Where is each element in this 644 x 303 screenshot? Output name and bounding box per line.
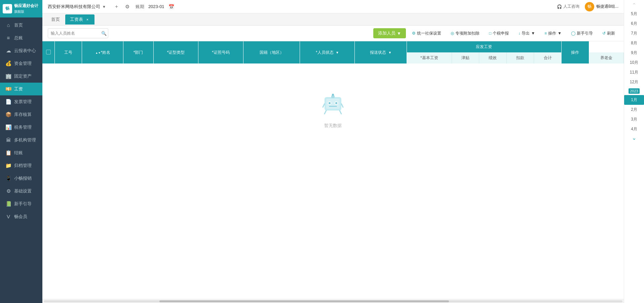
nav-item-multi-org[interactable]: 🏛 多机构管理	[0, 134, 42, 146]
settings-button[interactable]: ⚙	[123, 3, 131, 11]
year-badge-2023: 2023	[629, 88, 639, 94]
select-all-checkbox[interactable]	[46, 50, 51, 54]
refresh-icon: ↺	[602, 31, 606, 36]
search-input[interactable]	[51, 31, 101, 36]
col-number: 工号	[54, 41, 82, 63]
nav-item-close[interactable]: 📋 结账	[0, 146, 42, 159]
month-2022-11[interactable]: 11月	[624, 68, 644, 77]
nav-item-guide[interactable]: 📗 新手引导	[0, 198, 42, 210]
nav-item-funds[interactable]: 💰 资金管理	[0, 57, 42, 70]
add-company-button[interactable]: ＋	[113, 3, 121, 11]
nav-item-home[interactable]: ⌂ 首页	[0, 19, 42, 32]
svg-point-5	[335, 102, 337, 104]
tab-salary[interactable]: 工资表 ×	[65, 14, 94, 25]
col-deduction: 扣款	[506, 52, 534, 63]
month-2022-7[interactable]: 7月	[624, 29, 644, 38]
special-deduction-button[interactable]: ◎ 专项附加扣除	[447, 29, 483, 38]
user-info[interactable]: 畅 畅捷通B组...	[585, 2, 618, 11]
filter-submit-status-icon[interactable]: ▼	[388, 51, 391, 54]
nav-item-salary[interactable]: 💴 工资	[0, 83, 42, 95]
nav-label-tax: 税务管理	[14, 124, 32, 130]
nav-item-ledger[interactable]: ≡ 总账	[0, 32, 42, 44]
month-2022-5[interactable]: 5月	[624, 9, 644, 19]
table-scrollbar[interactable]	[42, 299, 624, 303]
archive-icon: 📁	[5, 163, 11, 169]
nav-item-invoice[interactable]: 📄 发票管理	[0, 95, 42, 108]
period-value: 2023-01	[148, 4, 164, 9]
month-2022-9[interactable]: 9月	[624, 48, 644, 58]
table-container: 工号 ▲▼*姓名 *部门 *证型类型 *证照号码 国籍（地区） *人员状态 ▼ …	[42, 41, 624, 299]
social-security-button[interactable]: ⚙ 统一社保设置	[409, 29, 445, 38]
nav-item-expense[interactable]: 📱 小畅报销	[0, 172, 42, 185]
nav-item-cloud[interactable]: ☁ 云报表中心	[0, 44, 42, 57]
add-person-button[interactable]: 添加人员 ▼	[373, 28, 406, 38]
sort-arrows-name[interactable]: ▲▼	[96, 52, 101, 54]
nav-label-guide: 新手引导	[14, 201, 32, 207]
tab-salary-label: 工资表	[70, 16, 83, 23]
tax-icon: 📊	[5, 124, 11, 130]
month-2022-8[interactable]: 8月	[624, 38, 644, 48]
sidebar: 畅 畅应通好会计 旗舰版 ⌂ 首页 ≡ 总账 ☁ 云报表中心 💰 资金管理 🏢 …	[0, 0, 42, 303]
col-operations: 操作	[561, 41, 589, 63]
svg-rect-6	[329, 106, 337, 107]
month-2022-10[interactable]: 10月	[624, 58, 644, 68]
month-2022-12[interactable]: 12月	[624, 77, 644, 87]
company-selector[interactable]: 西安虾米网络科技有限公司 ▼	[48, 4, 106, 10]
app-edition: 旗舰版	[14, 9, 38, 14]
scroll-down-arrow[interactable]: ⌄	[631, 134, 637, 142]
nav-item-inventory[interactable]: 📦 库存核算	[0, 108, 42, 121]
avatar: 畅	[585, 2, 594, 11]
nav-item-settings[interactable]: ⚙ 基础设置	[0, 185, 42, 198]
empty-state-cell: 暂无数据	[42, 63, 624, 156]
month-2022-6[interactable]: 6月	[624, 19, 644, 29]
month-2023-2[interactable]: 2月	[624, 105, 644, 115]
inventory-icon: 📦	[5, 112, 11, 118]
service-button[interactable]: 🎧 人工咨询	[557, 4, 579, 9]
cloud-icon: ☁	[5, 48, 11, 54]
special-deduction-icon: ◎	[451, 31, 454, 36]
nav-item-tax[interactable]: 📊 税务管理	[0, 121, 42, 134]
salary-icon: 💴	[5, 86, 11, 92]
svg-line-10	[340, 111, 341, 114]
col-base-salary: *基本工资	[407, 52, 452, 63]
tax-declare-label: 个税申报	[493, 31, 509, 36]
calendar-icon[interactable]: 📅	[168, 4, 174, 9]
user-name: 畅捷通B组...	[596, 4, 618, 9]
operations-icon: ≡	[544, 31, 547, 36]
scroll-up-arrow[interactable]: ⌃	[631, 1, 637, 9]
nav-label-close: 结账	[14, 150, 23, 156]
nav-label-salary: 工资	[14, 86, 23, 92]
add-person-label: 添加人员	[378, 30, 395, 36]
checkbox-header[interactable]	[42, 41, 54, 63]
special-deduction-label: 专项附加扣除	[455, 31, 480, 36]
refresh-button[interactable]: ↺ 刷新	[599, 29, 618, 38]
social-security-icon: ⚙	[412, 31, 416, 36]
month-2023-1[interactable]: 1月	[624, 95, 644, 105]
operations-button[interactable]: ≡ 操作 ▼	[541, 29, 565, 38]
nav-item-archive[interactable]: 📁 归档管理	[0, 159, 42, 172]
settings-icon: ⚙	[5, 188, 11, 194]
export-button[interactable]: ↓ 导出 ▼	[515, 29, 538, 38]
scrollbar-track[interactable]	[44, 300, 622, 302]
empty-state: 暂无数据	[42, 63, 624, 156]
nav-label-member: 畅会员	[14, 214, 27, 220]
toolbar-right: 添加人员 ▼ ⚙ 统一社保设置 ◎ 专项附加扣除 □ 个税申报 ↓ 导出 ▼ ≡	[373, 28, 618, 38]
col-dept: *部门	[123, 41, 153, 63]
logo-text-wrapper: 畅应通好会计 旗舰版	[14, 3, 38, 14]
svg-point-8	[332, 94, 334, 96]
nav-item-member[interactable]: V 畅会员	[0, 210, 42, 223]
tab-close-icon[interactable]: ×	[85, 17, 90, 22]
filter-person-status-icon[interactable]: ▼	[336, 51, 339, 54]
col-submit-status: 报送状态 ▼	[355, 41, 407, 63]
month-2023-3[interactable]: 3月	[624, 115, 644, 124]
newbie-guide-button[interactable]: ◯ 新手引导	[568, 29, 596, 38]
nav-menu: ⌂ 首页 ≡ 总账 ☁ 云报表中心 💰 资金管理 🏢 固定资产 💴 工资 📄 发…	[0, 17, 42, 303]
topbar-icons: ＋ ⚙	[113, 3, 131, 11]
nav-item-assets[interactable]: 🏢 固定资产	[0, 70, 42, 83]
scrollbar-thumb[interactable]	[159, 300, 449, 302]
tab-home[interactable]: 首页	[46, 14, 65, 25]
tax-declare-button[interactable]: □ 个税申报	[486, 29, 512, 38]
month-2023-4[interactable]: 4月	[624, 124, 644, 134]
app-logo: 畅 畅应通好会计 旗舰版	[0, 0, 42, 17]
svg-point-4	[329, 102, 331, 104]
